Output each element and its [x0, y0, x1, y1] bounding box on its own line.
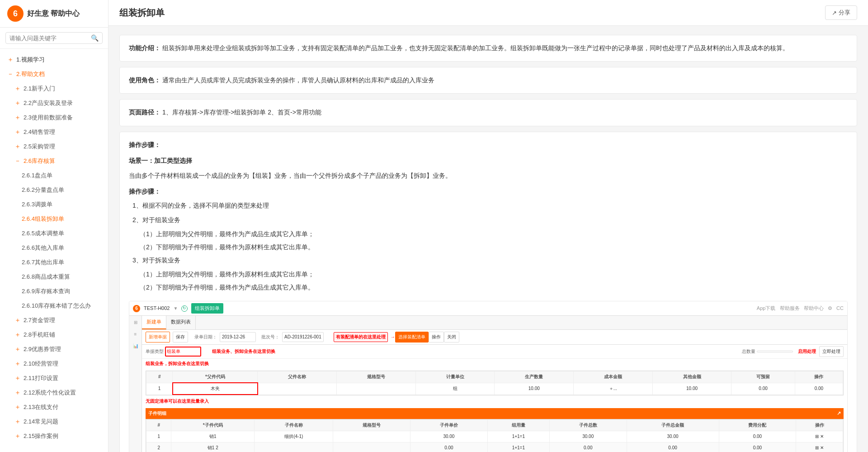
sidebar-item-label: 2.15操作案例 [24, 432, 58, 440]
scene1-desc: 当由多个子件材料组装成一个成品的业务为【组装】业务，当由一个父件拆分成多个子产品… [129, 170, 848, 181]
sim-parent-table: # *父件代码 父件名称 规格型号 计量单位 生产数量 成本金额 其他金额 [146, 371, 843, 395]
sim-cth-no: # [146, 420, 171, 431]
sidebar-item-cases[interactable]: ＋ 2.15操作案例 [0, 429, 108, 443]
sim-nav-btn: 组装拆卸单 [191, 303, 223, 314]
sim-td-other: 0.00 [731, 383, 795, 395]
sim-ctd-ops: ⊞ ✕ [796, 431, 843, 442]
sim-batch-input[interactable]: AD-20191226-001 [282, 332, 324, 342]
sim-logo-icon: 6 [133, 305, 140, 312]
scene1-title: 场景一：加工类型选择 [129, 155, 848, 167]
sidebar-item-label: 2.6.9库存账本查询 [22, 287, 70, 295]
sim-annotation5-text: 无固定清单可以在这里批量录入 [146, 399, 209, 404]
sidebar-item-newbie[interactable]: ＋ 2.1新手入门 [0, 81, 108, 96]
sidebar-item-payment[interactable]: ＋ 2.13在线支付 [0, 400, 108, 414]
sidebar-item-install[interactable]: ＋ 2.2产品安装及登录 [0, 96, 108, 110]
sidebar-item-docs[interactable]: － 2.帮助文档 [0, 67, 108, 81]
search-input[interactable] [9, 35, 91, 42]
sidebar-item-sales[interactable]: ＋ 2.4销售管理 [0, 125, 108, 139]
sidebar-item-faq[interactable]: ＋ 2.14常见问题 [0, 414, 108, 429]
sim-type-select[interactable]: 组装单 [165, 347, 201, 357]
sidebar-item-stock-count[interactable]: 2.6.1盘点单 [0, 168, 108, 183]
sidebar-item-data-prep[interactable]: ＋ 2.3使用前数据准备 [0, 110, 108, 125]
sidebar-item-label: 2.2产品安装及登录 [24, 99, 73, 107]
plus-icon: ＋ [14, 114, 21, 122]
path-text: 1、库存核算->库存管理->组装拆卸单 2、首页->常用功能 [162, 109, 321, 116]
sidebar-item-account-error[interactable]: 2.6.10库存账本错了怎么办 [0, 299, 108, 313]
sidebar-item-cost-recalc[interactable]: 2.6.8商品成本重算 [0, 270, 108, 284]
sim-list-icon: ≡ [134, 330, 137, 338]
step2-sub2: （2）下部明细为子件明细，最终作为原材料生成其它出库单。 [140, 242, 848, 253]
sidebar-item-label: 2.4销售管理 [24, 128, 55, 136]
share-label: 分享 [839, 9, 850, 17]
plus-icon: ＋ [14, 345, 21, 353]
sim-btn-save[interactable]: 保存 [173, 332, 188, 343]
sidebar-item-assembly[interactable]: 2.6.4组装拆卸单 [0, 212, 108, 226]
step2-sub1: （1）上部明细为父件明细，最终作为产成品生成其它入库单； [140, 228, 848, 240]
sim-date-input[interactable]: 2019-12-26 [220, 332, 256, 342]
sidebar-item-coupon[interactable]: ＋ 2.9优惠券管理 [0, 342, 108, 357]
sidebar-item-other-out[interactable]: 2.6.7其他出库单 [0, 255, 108, 270]
sim-th-action: 操作 [795, 371, 843, 383]
sidebar-item-video[interactable]: ＋ 1.视频学习 [0, 52, 108, 67]
sim-ctd-name: 细拱(4-1) [255, 431, 333, 442]
search-icon[interactable]: 🔍 [91, 34, 99, 42]
sim-cth-ops: 操作 [796, 420, 843, 431]
sim-ctd-code: 销1 [171, 431, 255, 442]
sim-th-cost: 成本金额 [574, 371, 653, 383]
sim-more-btn[interactable]: 操作 [429, 332, 444, 343]
sim-annotation1-text: 有装配清单的在这里处理 [334, 332, 388, 342]
sim-ctd-price: 0.00 [410, 442, 488, 452]
sim-tab-list[interactable]: 数据列表 [166, 316, 196, 329]
sidebar-item-ops[interactable]: ＋ 2.10经营管理 [0, 357, 108, 371]
sim-enable-btn[interactable]: 立即处理 [819, 346, 844, 357]
sim-tab-new[interactable]: 新建单 [142, 316, 166, 329]
sim-child-tbody: 1 销1 细拱(4-1) 30.00 1+1=1 30.00 30.00 [146, 431, 843, 452]
sidebar-item-partial-count[interactable]: 2.6.2分量盘点单 [0, 183, 108, 197]
main-content: 功能介绍： 组装拆卸单用来处理企业组装或拆卸等加工业务，支持有固定装配清单的产品… [108, 26, 868, 452]
sim-annotation5-wrap: 无固定清单可以在这里批量录入 [142, 396, 847, 406]
sidebar-item-mobile[interactable]: ＋ 2.8手机旺铺 [0, 328, 108, 342]
sim-ctd-usage: 1+1=1 [487, 442, 549, 452]
sim-td-no: 1 [146, 383, 173, 395]
sim-top-section-label: 组装业务，拆卸业务在这里切换 [146, 361, 209, 366]
sim-ctd-price: 30.00 [410, 431, 488, 442]
sidebar-item-print[interactable]: ＋ 2.11打印设置 [0, 371, 108, 385]
sim-cth-price: 子件单价 [410, 420, 488, 431]
sim-tabs: 新建单 数据列表 [142, 316, 847, 330]
sim-cth-usage: 组用量 [487, 420, 549, 431]
sidebar-item-label: 2.1新手入门 [24, 85, 55, 93]
sidebar-item-finance[interactable]: ＋ 2.7资金管理 [0, 313, 108, 328]
sim-field-right: 总数量 启用处理 立即处理 [742, 346, 844, 357]
sim-ctd-ops: ⊞ ✕ [796, 442, 843, 452]
share-icon: ↗ [832, 10, 837, 16]
sim-th-unit: 计量单位 [415, 371, 495, 383]
sim-batch-label: 批次号： [261, 333, 279, 341]
page-title: 组装拆卸单 [119, 7, 165, 19]
share-button[interactable]: ↗ 分享 [825, 5, 857, 20]
plus-icon: ＋ [14, 403, 21, 411]
sidebar-item-label: 2.14常见问题 [24, 418, 58, 426]
sim-ctd-alloc: 0.00 [719, 442, 796, 452]
plus-icon: ＋ [14, 128, 21, 136]
sim-ctd-code: 销1 2 [171, 442, 255, 452]
sim-parent-header-row: # *父件代码 父件名称 规格型号 计量单位 生产数量 成本金额 其他金额 [146, 371, 843, 383]
sidebar-item-cost-adjust[interactable]: 2.6.5成本调整单 [0, 226, 108, 241]
sim-btn-add[interactable]: 新增单据 [146, 332, 170, 343]
sidebar-item-transfer[interactable]: 2.6.3调拨单 [0, 197, 108, 212]
sim-close-btn[interactable]: 关闭 [444, 332, 459, 343]
arrow-right-icon: → [391, 333, 395, 341]
sidebar-item-other-in[interactable]: 2.6.6其他入库单 [0, 241, 108, 255]
sidebar-item-label: 2.8手机旺铺 [24, 331, 55, 339]
sim-qty-input[interactable] [757, 351, 793, 352]
sidebar-item-inventory[interactable]: － 2.6库存核算 [0, 154, 108, 168]
plus-icon: ＋ [14, 418, 21, 426]
plus-icon: ＋ [14, 143, 21, 151]
sim-annotation4-text: 启用处理 [798, 347, 816, 356]
sidebar: 6 好生意 帮助中心 🔍 ＋ 1.视频学习 － 2.帮助文档 ＋ 2.1新手入门… [0, 0, 108, 452]
sim-assembly-list-btn[interactable]: 选择装配清单 [395, 332, 429, 343]
sim-ctd-spec [333, 442, 410, 452]
sim-ctd-no: 2 [146, 442, 171, 452]
sidebar-item-purchase[interactable]: ＋ 2.5采购管理 [0, 139, 108, 154]
sidebar-item-account-query[interactable]: 2.6.9库存账本查询 [0, 284, 108, 299]
sidebar-item-personalize[interactable]: ＋ 2.12系统个性化设置 [0, 385, 108, 400]
